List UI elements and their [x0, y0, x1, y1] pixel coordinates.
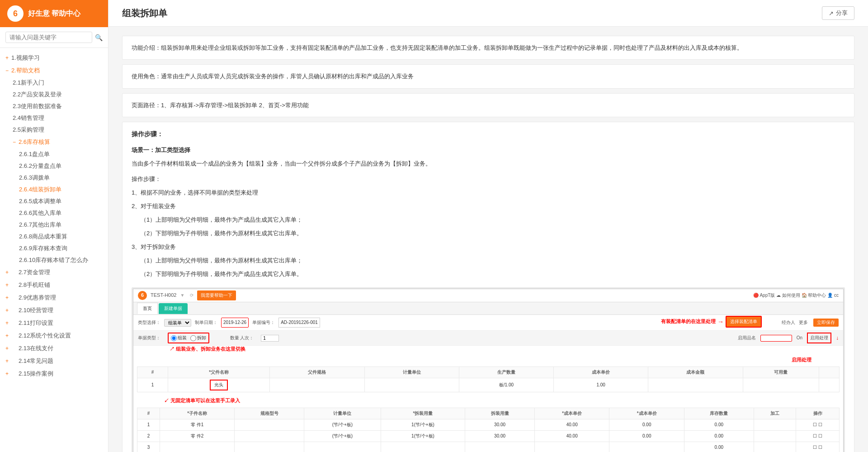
- th2-qty2: 拆装用量: [465, 408, 535, 419]
- td-unit: [364, 378, 459, 392]
- sim-qty-input[interactable]: [261, 335, 279, 342]
- steps-subtitle: 操作步骤：: [132, 173, 845, 185]
- path-block: 页面路径：1、库存核算->库存管理->组装拆卸单 2、首页->常用功能: [122, 93, 854, 117]
- nav-item-2-9[interactable]: + 2.9优惠券管理: [0, 291, 108, 304]
- nav-tree: + 1.视频学习 − 2.帮助文档 2.1新手入门 2.2产品安装及登录 2.3…: [0, 48, 108, 452]
- nav-item-2-6-8[interactable]: 2.6.8商品成本重算: [0, 231, 108, 243]
- annot-config-text: 有装配清单的在这里处理: [661, 317, 716, 326]
- nav-item-1[interactable]: + 1.视频学习: [0, 52, 108, 64]
- nav-item-2-6-10[interactable]: 2.6.10库存账本错了怎么办: [0, 254, 108, 266]
- sim-lower-table: # *子件名称 规格型号 计量单位 *拆装用量 拆装用量 *成本单价 *成本单价: [137, 408, 840, 452]
- plus-icon-2-14: +: [5, 358, 9, 364]
- th-check: #: [137, 367, 168, 378]
- nav-label-2-11: 2.11打印设置: [11, 319, 53, 327]
- nav-item-2-15[interactable]: + 2.15操作案例: [0, 367, 108, 380]
- nav-item-2-5[interactable]: 2.5采购管理: [0, 124, 108, 136]
- screenshot-container: 6 TEST-H002 ▼ ⟳ 我需要帮助一下 🔴 AppT版 ☁ 如何使用 🏠…: [132, 287, 845, 452]
- search-area: 🔍: [0, 27, 108, 48]
- nav-item-2-1[interactable]: 2.1新手入门: [0, 77, 108, 89]
- nav-item-2-14[interactable]: + 2.14常见问题: [0, 355, 108, 367]
- plus-icon-2-15: +: [5, 371, 9, 377]
- nav-item-2-6-1[interactable]: 2.6.1盘点单: [0, 148, 108, 160]
- th-cost: 成本单价: [554, 367, 648, 378]
- th2-check: #: [137, 408, 160, 419]
- search-button[interactable]: 🔍: [95, 34, 103, 41]
- sim-enable-toggle: 启用处理: [807, 333, 831, 343]
- nav-label-2-9: 2.9优惠券管理: [11, 294, 56, 302]
- sim-radio-assemble[interactable]: [171, 335, 177, 341]
- sim-config-btn: 选择装配清单: [726, 316, 762, 328]
- nav-item-2-13[interactable]: + 2.13在线支付: [0, 342, 108, 355]
- nav-item-2-6-4[interactable]: 2.6.4组装拆卸单: [0, 184, 108, 195]
- step-2: 2、对于组装业务: [132, 200, 845, 212]
- sidebar-header: 6 好生意 帮助中心: [0, 0, 108, 27]
- table-row: 1 光头 板/1.00 1.00: [137, 378, 840, 392]
- sim-annot-config: 有装配清单的在这里处理 → 选择装配清单: [661, 316, 762, 328]
- step-3-1: （1）上部明细为父件明细，最终作为原材料生成其它出库单；: [141, 255, 845, 266]
- minus-icon-2-6: −: [13, 139, 16, 145]
- sim-order-no: AD-20191226-001: [278, 318, 320, 328]
- scene1-title: 场景一：加工类型选择: [132, 144, 845, 156]
- nav-item-2-12[interactable]: + 2.12系统个性化设置: [0, 329, 108, 342]
- nav-item-2-6-3[interactable]: 2.6.3调拨单: [0, 172, 108, 184]
- sim-tab-active: 新建单据: [159, 303, 188, 314]
- nav-item-2-6[interactable]: − 2.6库存核算: [0, 136, 108, 148]
- sim-enable-input[interactable]: [760, 335, 792, 342]
- sim-tab-bar: 首页 新建单据: [133, 302, 843, 315]
- sim-order-label: 单据编号：: [252, 319, 275, 327]
- sim-order-type-label: 单据类型：: [138, 334, 160, 342]
- page-title: 组装拆卸单: [122, 7, 167, 19]
- th-op: [819, 367, 839, 378]
- nav-item-2[interactable]: − 2.帮助文档: [0, 64, 108, 77]
- nav-item-2-11[interactable]: + 2.11打印设置: [0, 317, 108, 329]
- th2-spec: 规格型号: [235, 408, 304, 419]
- role-text: 使用角色：通常由生产人员或库管人员完成拆装业务的操作，库管人员确认原材料的出库和…: [132, 73, 414, 80]
- sim-tab-home: 首页: [137, 303, 158, 314]
- td-avail: [743, 378, 819, 392]
- main-content: 组装拆卸单 ↗ 分享 功能介绍：组装拆卸单用来处理企业组装或拆卸等加工业务，支持…: [108, 0, 868, 452]
- nav-label-2-14: 2.14常见问题: [11, 357, 53, 365]
- nav-item-2-6-5[interactable]: 2.6.5成本调整单: [0, 195, 108, 207]
- search-input[interactable]: [5, 32, 92, 43]
- nav-item-2-4[interactable]: 2.4销售管理: [0, 112, 108, 124]
- nav-label-2-10: 2.10经营管理: [11, 306, 53, 314]
- nav-item-2-8[interactable]: + 2.8手机旺铺: [0, 279, 108, 291]
- nav-item-2-6-2[interactable]: 2.6.2分量盘点单: [0, 160, 108, 172]
- minus-icon: −: [5, 67, 9, 74]
- sim-app-bar: 6 TEST-H002 ▼ ⟳ 我需要帮助一下 🔴 AppT版 ☁ 如何使用 🏠…: [133, 289, 843, 302]
- td-spec: [270, 378, 364, 392]
- sim-screenshot: 6 TEST-H002 ▼ ⟳ 我需要帮助一下 🔴 AppT版 ☁ 如何使用 🏠…: [132, 288, 844, 452]
- sim-nav-icons: 🔴 AppT版 ☁ 如何使用 🏠 帮助中心 👤 cc: [753, 291, 839, 300]
- nav-item-2-2[interactable]: 2.2产品安装及登录: [0, 89, 108, 100]
- sim-app-name: TEST-H002: [151, 291, 176, 300]
- nav-label-2-6: 2.6库存核算: [19, 138, 50, 146]
- nav-item-2-6-6[interactable]: 2.6.6其他入库单: [0, 207, 108, 219]
- step-3-2: （2）下部明细为子件明细，最终作为产成品生成其它入库单。: [141, 268, 845, 280]
- td-qty-val: 板/1.00: [459, 378, 553, 392]
- share-button[interactable]: ↗ 分享: [822, 6, 854, 20]
- step-3: 3、对于拆卸业务: [132, 241, 845, 253]
- sim-date-input: 2019-12-26: [221, 318, 249, 328]
- nav-item-2-6-7[interactable]: 2.6.7其他出库单: [0, 219, 108, 231]
- nav-label-1: 1.视频学习: [11, 54, 40, 62]
- nav-label-2-8: 2.8手机旺铺: [11, 281, 50, 289]
- lower-table-row-3: 3 0.00: [137, 442, 840, 452]
- sim-upper-table-container: # *父件名称 父件规格 计量单位 生产数量 成本单价 成本金额 可用量: [133, 366, 843, 394]
- sim-enable-label: 启用品名: [738, 334, 756, 342]
- sim-type-select[interactable]: 组装单 拆卸单: [164, 319, 191, 327]
- sim-radio-disassemble[interactable]: [190, 335, 196, 341]
- th-qty: 生产数量: [459, 367, 553, 378]
- annot-manual: ↙ 无固定清单可以在这里手工录入: [164, 398, 240, 403]
- plus-icon-2-11: +: [5, 320, 9, 326]
- nav-item-2-7[interactable]: + 2.7资金管理: [0, 266, 108, 279]
- sim-lower-table-container: # *子件名称 规格型号 计量单位 *拆装用量 拆装用量 *成本单价 *成本单价: [133, 408, 843, 452]
- sim-goodsname-input: 光头: [210, 380, 228, 390]
- scene1-desc: 当由多个子件材料组装成一个成品的业务为【组装】业务，当由一个父件拆分成多个子产品…: [132, 158, 845, 170]
- nav-label-2-7: 2.7资金管理: [11, 268, 50, 276]
- nav-item-2-3[interactable]: 2.3使用前数据准备: [0, 100, 108, 112]
- nav-item-2-6-9[interactable]: 2.6.9库存账本查询: [0, 243, 108, 254]
- nav-label-2-15: 2.15操作案例: [11, 370, 53, 378]
- main-header: 组装拆卸单 ↗ 分享: [108, 0, 868, 27]
- nav-item-2-10[interactable]: + 2.10经营管理: [0, 304, 108, 317]
- sim-save-btn[interactable]: 立即保存: [813, 319, 839, 327]
